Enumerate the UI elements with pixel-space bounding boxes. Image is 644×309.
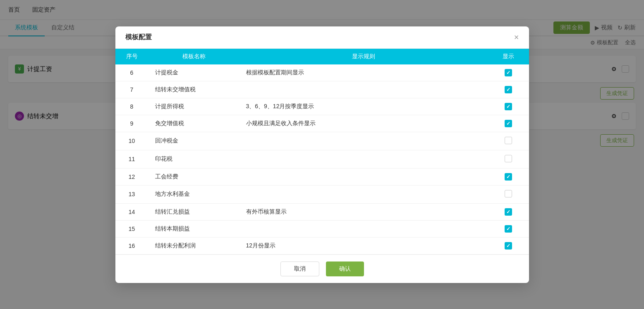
row-name: 免交增值税 bbox=[148, 115, 239, 132]
row-display[interactable] bbox=[488, 203, 529, 220]
table-row: 11印花税 bbox=[115, 150, 529, 168]
row-display[interactable] bbox=[488, 168, 529, 185]
row-num: 6 bbox=[115, 64, 148, 81]
checkbox-checked[interactable] bbox=[505, 242, 512, 250]
table-row: 16结转未分配利润12月份显示 bbox=[115, 237, 529, 254]
row-name: 结转未分配利润 bbox=[148, 237, 239, 254]
row-name: 工会经费 bbox=[148, 168, 239, 185]
modal-overlay: 模板配置 × 序号 模板名称 显示规则 显示 6计提税金根据模板配置期间 bbox=[0, 0, 644, 309]
table-row: 7结转未交增值税 bbox=[115, 81, 529, 98]
row-display[interactable] bbox=[488, 115, 529, 132]
checkbox-unchecked[interactable] bbox=[505, 137, 512, 144]
checkbox-unchecked[interactable] bbox=[505, 155, 512, 162]
col-num: 序号 bbox=[115, 49, 148, 64]
row-rule: 小规模且满足收入条件显示 bbox=[239, 115, 488, 132]
col-display: 显示 bbox=[488, 49, 529, 64]
row-num: 12 bbox=[115, 168, 148, 185]
checkbox-checked[interactable] bbox=[505, 69, 512, 76]
row-rule: 有外币核算显示 bbox=[239, 203, 488, 220]
table-row: 15结转本期损益 bbox=[115, 220, 529, 237]
row-name: 结转本期损益 bbox=[148, 220, 239, 237]
row-rule bbox=[239, 220, 488, 237]
row-rule bbox=[239, 132, 488, 150]
table-header-row: 序号 模板名称 显示规则 显示 bbox=[115, 49, 529, 64]
row-name: 回冲税金 bbox=[148, 132, 239, 150]
row-display[interactable] bbox=[488, 64, 529, 81]
row-display[interactable] bbox=[488, 185, 529, 203]
row-num: 14 bbox=[115, 203, 148, 220]
checkbox-checked[interactable] bbox=[505, 173, 512, 181]
row-display[interactable] bbox=[488, 220, 529, 237]
cancel-button[interactable]: 取消 bbox=[280, 261, 319, 276]
checkbox-checked[interactable] bbox=[505, 208, 512, 216]
row-num: 16 bbox=[115, 237, 148, 254]
row-display[interactable] bbox=[488, 132, 529, 150]
row-num: 9 bbox=[115, 115, 148, 132]
table-row: 10回冲税金 bbox=[115, 132, 529, 150]
table-row: 12工会经费 bbox=[115, 168, 529, 185]
row-num: 10 bbox=[115, 132, 148, 150]
row-name: 结转未交增值税 bbox=[148, 81, 239, 98]
table-row: 13地方水利基金 bbox=[115, 185, 529, 203]
row-rule bbox=[239, 81, 488, 98]
row-num: 7 bbox=[115, 81, 148, 98]
modal-footer: 取消 确认 bbox=[115, 254, 529, 283]
row-rule: 12月份显示 bbox=[239, 237, 488, 254]
row-display[interactable] bbox=[488, 81, 529, 98]
row-name: 计提所得税 bbox=[148, 98, 239, 115]
row-display[interactable] bbox=[488, 98, 529, 115]
modal: 模板配置 × 序号 模板名称 显示规则 显示 6计提税金根据模板配置期间 bbox=[115, 26, 529, 283]
table-row: 6计提税金根据模板配置期间显示 bbox=[115, 64, 529, 81]
col-name: 模板名称 bbox=[148, 49, 239, 64]
modal-header: 模板配置 × bbox=[115, 26, 529, 49]
row-num: 15 bbox=[115, 220, 148, 237]
confirm-button[interactable]: 确认 bbox=[326, 261, 364, 276]
row-rule: 3、6、9、12月按季度显示 bbox=[239, 98, 488, 115]
table-row: 8计提所得税3、6、9、12月按季度显示 bbox=[115, 98, 529, 115]
checkbox-checked[interactable] bbox=[505, 225, 512, 233]
modal-table: 序号 模板名称 显示规则 显示 6计提税金根据模板配置期间显示7结转未交增值税8… bbox=[115, 49, 529, 254]
background-page: 首页 固定资产 系统模板 自定义结 测算金额 ▶ 视频 ↻ 刷新 ⚙ 模板配置 … bbox=[0, 0, 644, 309]
checkbox-unchecked[interactable] bbox=[505, 190, 512, 197]
row-num: 8 bbox=[115, 98, 148, 115]
checkbox-checked[interactable] bbox=[505, 103, 512, 110]
modal-close-button[interactable]: × bbox=[514, 33, 519, 41]
table-row: 9免交增值税小规模且满足收入条件显示 bbox=[115, 115, 529, 132]
row-name: 地方水利基金 bbox=[148, 185, 239, 203]
row-name: 印花税 bbox=[148, 150, 239, 168]
table-row: 14结转汇兑损益有外币核算显示 bbox=[115, 203, 529, 220]
col-rule: 显示规则 bbox=[239, 49, 488, 64]
row-name: 结转汇兑损益 bbox=[148, 203, 239, 220]
row-display[interactable] bbox=[488, 237, 529, 254]
row-num: 13 bbox=[115, 185, 148, 203]
row-display[interactable] bbox=[488, 150, 529, 168]
row-rule bbox=[239, 168, 488, 185]
modal-title: 模板配置 bbox=[125, 33, 152, 42]
row-name: 计提税金 bbox=[148, 64, 239, 81]
row-rule bbox=[239, 185, 488, 203]
checkbox-checked[interactable] bbox=[505, 86, 512, 93]
modal-table-body: 序号 模板名称 显示规则 显示 6计提税金根据模板配置期间显示7结转未交增值税8… bbox=[115, 49, 529, 254]
row-rule: 根据模板配置期间显示 bbox=[239, 64, 488, 81]
row-rule bbox=[239, 150, 488, 168]
checkbox-checked[interactable] bbox=[505, 120, 512, 127]
row-num: 11 bbox=[115, 150, 148, 168]
